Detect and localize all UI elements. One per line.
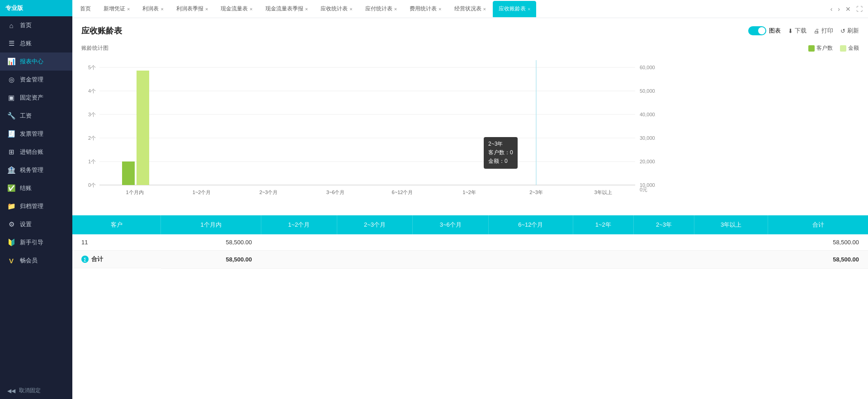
tab-cashflow-quarter[interactable]: 现金流量表季报 ×	[259, 1, 314, 17]
tab-home[interactable]: 首页	[74, 1, 97, 17]
download-icon: ⬇	[788, 28, 793, 34]
tab-voucher[interactable]: 新增凭证 ×	[98, 1, 136, 17]
print-label: 打印	[821, 27, 833, 35]
refresh-icon: ↺	[840, 28, 845, 34]
col-m5: 6~12个月	[489, 215, 573, 234]
sidebar-label-tax: 税务管理	[20, 166, 43, 174]
print-btn[interactable]: 🖨 打印	[814, 27, 833, 35]
sidebar-item-wage[interactable]: 🔧 工资	[0, 107, 72, 125]
ledger-icon: ☰	[7, 39, 15, 48]
tab-expense-stat-close[interactable]: ×	[439, 6, 441, 12]
sidebar-item-archive[interactable]: 📁 归档管理	[0, 197, 72, 215]
tab-expense-stat-label: 费用统计表	[410, 5, 437, 13]
chart-toggle[interactable]	[748, 26, 766, 35]
svg-text:1~2年: 1~2年	[462, 190, 476, 195]
svg-text:2~3年: 2~3年	[529, 190, 543, 195]
tab-scroll-left[interactable]: ‹	[829, 5, 835, 14]
sidebar-item-ledger[interactable]: ☰ 总账	[0, 34, 72, 52]
sidebar: 专业版 ⌂ 首页 ☰ 总账 📊 报表中心 ◎ 资金管理 ▣ 固定资产 🔧 工资 …	[0, 0, 72, 399]
tab-fullscreen[interactable]: ⛶	[854, 5, 864, 14]
sales-icon: ⊞	[7, 148, 15, 156]
tab-scroll-right[interactable]: ›	[836, 5, 842, 14]
total-m6	[573, 251, 633, 269]
total-m8	[694, 251, 768, 269]
sidebar-item-report[interactable]: 📊 报表中心	[0, 52, 72, 71]
asset-icon: ▣	[7, 94, 15, 102]
cell-m3	[337, 234, 413, 251]
legend-customers-dot	[808, 45, 815, 52]
svg-text:40,000.00元: 40,000.00元	[640, 112, 656, 117]
main-area: 首页 新增凭证 × 利润表 × 利润表季报 × 现金流量表 × 现金流量表季报 …	[72, 0, 868, 399]
sidebar-label-member: 畅会员	[20, 256, 38, 265]
sidebar-item-member[interactable]: V 畅会员	[0, 252, 72, 270]
sidebar-item-asset[interactable]: ▣ 固定资产	[0, 89, 72, 107]
data-table: 客户 1个月内 1~2个月 2~3个月 3~6个月 6~12个月 1~2年 2~…	[72, 215, 868, 269]
sidebar-item-fund[interactable]: ◎ 资金管理	[0, 71, 72, 89]
tab-business-stat[interactable]: 经营状况表 ×	[448, 1, 492, 17]
tab-business-stat-label: 经营状况表	[454, 5, 481, 13]
logo: 专业版	[0, 0, 72, 16]
total-label: 合计	[91, 255, 103, 263]
download-btn[interactable]: ⬇ 下载	[788, 27, 807, 35]
unpin-icon: ◀◀	[7, 388, 15, 394]
svg-text:2个: 2个	[88, 135, 96, 141]
total-customer-cell: ∑ 合计	[72, 251, 161, 268]
report-icon: 📊	[7, 57, 15, 66]
sidebar-item-home[interactable]: ⌂ 首页	[0, 16, 72, 34]
svg-text:0个: 0个	[88, 182, 96, 188]
tab-business-stat-close[interactable]: ×	[483, 6, 486, 12]
tab-receivable-stat[interactable]: 应收统计表 ×	[315, 1, 358, 17]
svg-text:1个: 1个	[88, 159, 96, 164]
tab-expense-stat[interactable]: 费用统计表 ×	[404, 1, 447, 17]
svg-text:1个月内: 1个月内	[126, 190, 143, 195]
sidebar-label-ledger: 总账	[20, 39, 32, 48]
svg-text:30,000.00元: 30,000.00元	[640, 135, 656, 141]
tab-home-label: 首页	[80, 5, 91, 13]
cell-m7	[633, 234, 694, 251]
tab-payable-stat-close[interactable]: ×	[394, 6, 397, 12]
cell-m1: 58,500.00	[161, 234, 261, 251]
tab-profit-quarter-label: 利润表季报	[176, 5, 203, 13]
tab-voucher-close[interactable]: ×	[127, 6, 130, 12]
tab-aging[interactable]: 应收账龄表 ×	[493, 1, 536, 17]
sidebar-item-checkout[interactable]: ✅ 结账	[0, 179, 72, 197]
tab-cashflow-quarter-close[interactable]: ×	[305, 6, 308, 12]
sidebar-item-guide[interactable]: 🔰 新手引导	[0, 233, 72, 252]
sidebar-item-settings[interactable]: ⚙ 设置	[0, 215, 72, 233]
svg-text:50,000.00元: 50,000.00元	[640, 88, 656, 94]
guide-icon: 🔰	[7, 238, 15, 247]
tab-payable-stat[interactable]: 应付统计表 ×	[359, 1, 403, 17]
tab-aging-label: 应收账龄表	[499, 5, 526, 13]
svg-text:3个: 3个	[88, 112, 96, 117]
tab-voucher-label: 新增凭证	[104, 5, 125, 13]
sidebar-item-invoice[interactable]: 🧾 发票管理	[0, 125, 72, 143]
tab-receivable-stat-close[interactable]: ×	[349, 6, 352, 12]
page-header: 应收账龄表 图表 ⬇ 下载 🖨 打印 ↺ 刷新	[72, 18, 868, 40]
bar-customers-1	[122, 162, 135, 185]
tab-cashflow-close[interactable]: ×	[250, 6, 252, 12]
tab-profit-label: 利润表	[142, 5, 159, 13]
tab-profit-quarter[interactable]: 利润表季报 ×	[170, 1, 214, 17]
col-m4: 3~6个月	[413, 215, 489, 234]
refresh-btn[interactable]: ↺ 刷新	[840, 27, 859, 35]
svg-text:0元: 0元	[640, 187, 647, 192]
print-icon: 🖨	[814, 28, 820, 34]
cell-m2	[261, 234, 337, 251]
col-m2: 1~2个月	[261, 215, 337, 234]
sidebar-unpin-btn[interactable]: ◀◀ 取消固定	[0, 382, 72, 399]
tab-close-all[interactable]: ✕	[844, 5, 853, 14]
sidebar-item-sales[interactable]: ⊞ 进销台账	[0, 143, 72, 161]
tab-profit-quarter-close[interactable]: ×	[205, 6, 208, 12]
tab-cashflow[interactable]: 现金流量表 ×	[215, 1, 258, 17]
sidebar-item-tax[interactable]: 🏦 税务管理	[0, 161, 72, 179]
total-m2	[261, 251, 337, 269]
fund-icon: ◎	[7, 76, 15, 84]
chart-svg: 5个 4个 3个 2个 1个 0个 60,000.00元 50,000.00元 …	[81, 56, 656, 209]
sidebar-label-settings: 设置	[20, 220, 32, 228]
tab-aging-close[interactable]: ×	[528, 6, 530, 12]
invoice-icon: 🧾	[7, 130, 15, 138]
tab-profit-close[interactable]: ×	[160, 6, 163, 12]
sidebar-label-checkout: 结账	[20, 184, 32, 192]
tab-profit[interactable]: 利润表 ×	[137, 1, 169, 17]
legend-customers: 客户数	[808, 44, 833, 52]
